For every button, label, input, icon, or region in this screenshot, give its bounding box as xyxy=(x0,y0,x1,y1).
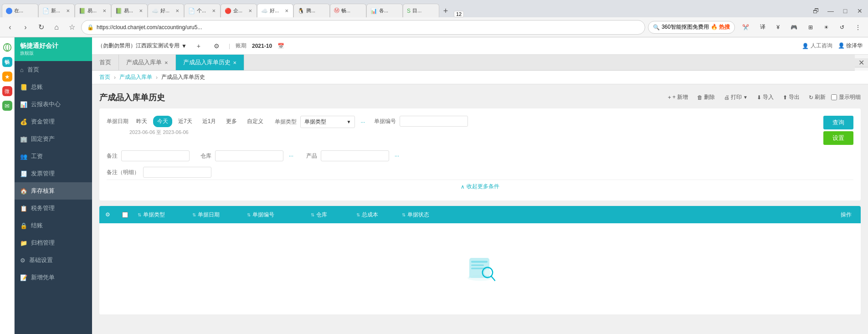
type-filter-select[interactable]: 单据类型 ▼ xyxy=(300,116,355,128)
forward-button[interactable]: › xyxy=(19,21,32,34)
browser-tab-11[interactable]: 📊 各... xyxy=(366,4,403,17)
browser-tab-9[interactable]: 🐧 腾... xyxy=(293,4,330,17)
more-tool[interactable]: ⋮ xyxy=(852,23,864,32)
collapse-button[interactable]: ∧ 收起更多条件 xyxy=(107,180,853,193)
history-tool[interactable]: ↺ xyxy=(836,23,848,32)
print-button[interactable]: 🖨 打印 ▼ xyxy=(720,92,751,103)
currency-tool[interactable]: ¥ xyxy=(773,23,783,32)
calendar-icon[interactable]: 📅 xyxy=(277,43,284,49)
browser-tab-7[interactable]: 🔴 企... × xyxy=(221,4,257,17)
sidebar-item-new-entry[interactable]: 📝 新增凭单 xyxy=(15,269,92,286)
th-date[interactable]: ⇅ 单据日期 xyxy=(189,211,243,219)
th-status[interactable]: ⇅ 单据状态 xyxy=(398,211,453,219)
sidebar-item-archive[interactable]: 📁 归档管理 xyxy=(15,234,92,252)
browser-tab-12[interactable]: S 目... xyxy=(403,4,439,17)
close-panel-button[interactable]: ✕ xyxy=(858,58,864,67)
tab-close-4[interactable]: × xyxy=(138,7,144,14)
user-service-button[interactable]: 👤 人工咨询 xyxy=(802,42,832,50)
remark-detail-input[interactable] xyxy=(143,167,211,178)
back-button[interactable]: ‹ xyxy=(4,21,16,34)
left-icon-chanjet[interactable]: 畅 xyxy=(1,56,14,68)
setting-button[interactable]: 设置 xyxy=(823,131,853,145)
type-filter-ellipsis[interactable]: ··· xyxy=(359,119,367,125)
breadcrumb-home[interactable]: 首页 xyxy=(99,73,110,81)
sidebar-item-home[interactable]: ⌂ 首页 xyxy=(15,61,92,78)
browser-tab-8[interactable]: ☁️ 好... × xyxy=(257,4,293,17)
sidebar-item-tax[interactable]: 📋 税务管理 xyxy=(15,200,92,217)
page-tab-home[interactable]: 首页 xyxy=(92,55,119,70)
left-icon-mail[interactable]: ✉ xyxy=(1,99,14,112)
browser-tab-4[interactable]: 📗 易... × xyxy=(111,4,148,17)
minimize-button[interactable]: — xyxy=(824,5,837,17)
delete-button[interactable]: 🗑 删除 xyxy=(693,92,719,103)
new-button[interactable]: + + 新增 xyxy=(664,92,692,103)
th-type[interactable]: ⇅ 单据类型 xyxy=(134,211,189,219)
sidebar-item-close[interactable]: 🔒 结账 xyxy=(15,217,92,234)
restore-button[interactable]: 🗗 xyxy=(810,5,822,17)
show-cols-checkbox[interactable] xyxy=(831,94,837,100)
add-org-button[interactable]: + xyxy=(192,40,205,52)
tab-close-2[interactable]: × xyxy=(65,7,71,14)
tab-close-8[interactable]: × xyxy=(284,7,289,14)
browser-tab-1[interactable]: 在... xyxy=(2,4,38,17)
bookmark-button[interactable]: ☆ xyxy=(66,21,78,34)
browser-tab-6[interactable]: 📄 个... × xyxy=(184,4,221,17)
date-btn-more[interactable]: 更多 xyxy=(222,116,241,127)
theme-tool[interactable]: ☀ xyxy=(820,23,832,32)
sidebar-item-fixed-assets[interactable]: 🏢 固定资产 xyxy=(15,130,92,148)
browser-tab-2[interactable]: 📄 新... × xyxy=(38,4,75,17)
th-warehouse[interactable]: ⇅ 仓库 xyxy=(307,211,353,219)
date-btn-7days[interactable]: 近7天 xyxy=(174,116,196,127)
tab-close-7[interactable]: × xyxy=(247,7,253,14)
date-btn-today[interactable]: 今天 xyxy=(153,116,172,127)
select-all-checkbox[interactable] xyxy=(122,212,128,218)
tab-close-6[interactable]: × xyxy=(211,7,216,14)
home-nav-button[interactable]: ⌂ xyxy=(50,21,63,34)
left-icon-globe[interactable] xyxy=(1,41,14,54)
number-filter-input[interactable] xyxy=(400,116,468,127)
page-tab-product-history-close[interactable]: × xyxy=(233,59,237,66)
page-tab-product-history[interactable]: 产成品入库单历史 × xyxy=(176,55,245,70)
search-bar[interactable]: 🔍 360智能抠图免费用 🔥 热搜 xyxy=(648,21,735,34)
th-gear[interactable]: ⚙ xyxy=(99,211,116,218)
warehouse-filter-input[interactable] xyxy=(215,150,283,161)
new-tab-button[interactable]: + xyxy=(439,5,452,17)
breadcrumb-product-list[interactable]: 产成品入库单 xyxy=(119,73,152,81)
sidebar-item-inventory[interactable]: 🏠 库存核算 xyxy=(15,182,92,200)
browser-tab-10[interactable]: Ⓜ 畅... xyxy=(330,4,366,17)
refresh-nav-button[interactable]: ↻ xyxy=(35,21,47,34)
sidebar-item-wage[interactable]: 👥 工资 xyxy=(15,148,92,165)
remark-filter-input[interactable] xyxy=(121,150,190,161)
tab-close-3[interactable]: × xyxy=(102,7,107,14)
sidebar-item-invoice[interactable]: 🧾 发票管理 xyxy=(15,165,92,182)
sidebar-item-ledger[interactable]: 📒 总账 xyxy=(15,78,92,96)
browser-tab-5[interactable]: ☁️ 好... × xyxy=(148,4,184,17)
date-btn-custom[interactable]: 自定义 xyxy=(243,116,267,127)
refresh-button[interactable]: ↻ 刷新 xyxy=(805,92,829,103)
user-name-button[interactable]: 👤 徐泽华 xyxy=(838,42,863,50)
grid-tool[interactable]: ⊞ xyxy=(805,23,817,32)
translate-tool[interactable]: 译 xyxy=(756,22,769,32)
left-icon-weibo[interactable]: 微 xyxy=(1,85,14,98)
show-cols-check[interactable]: 显示明细 xyxy=(831,93,861,101)
page-tab-product-list-close[interactable]: × xyxy=(164,59,168,66)
tab-close-5[interactable]: × xyxy=(175,7,180,14)
th-cost[interactable]: ⇅ 总成本 xyxy=(353,211,398,219)
org-selector[interactable]: （勿删勿禁用）江西跟宝测试专用 ▼ xyxy=(98,42,187,50)
th-number[interactable]: ⇅ 单据编号 xyxy=(243,211,307,219)
warehouse-filter-ellipsis[interactable]: ··· xyxy=(287,153,295,159)
import-button[interactable]: ⬇ 导入 xyxy=(753,92,777,103)
page-tab-product-list[interactable]: 产成品入库单 × xyxy=(119,55,176,70)
export-button[interactable]: ⬆ 导出 xyxy=(779,92,803,103)
maximize-button[interactable]: □ xyxy=(839,5,852,17)
date-btn-yesterday[interactable]: 昨天 xyxy=(132,116,151,127)
left-icon-star[interactable]: ★ xyxy=(1,70,14,83)
sidebar-item-report[interactable]: 📊 云报表中心 xyxy=(15,96,92,113)
close-browser-button[interactable]: ✕ xyxy=(853,5,866,17)
scissors-tool[interactable]: ✂️ xyxy=(739,23,753,32)
product-filter-input[interactable] xyxy=(321,150,389,161)
th-checkbox[interactable] xyxy=(116,212,134,218)
sidebar-item-fund[interactable]: 💰 资金管理 xyxy=(15,113,92,130)
product-filter-ellipsis[interactable]: ··· xyxy=(393,153,401,159)
org-settings-button[interactable]: ⚙ xyxy=(211,40,223,52)
